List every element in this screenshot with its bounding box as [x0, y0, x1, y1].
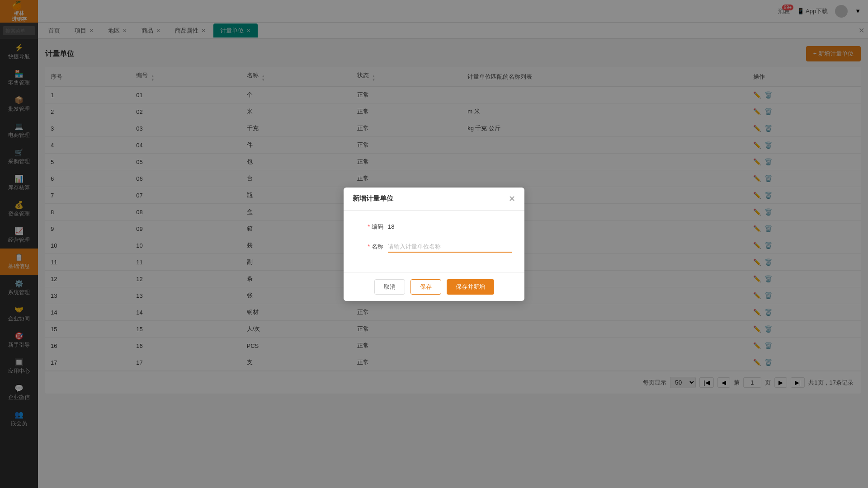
add-unit-modal: 新增计量单位 ✕ 编码 名称 取消 保存 保存并新增 [344, 188, 524, 301]
modal-body: 编码 名称 [344, 211, 524, 272]
cancel-button[interactable]: 取消 [374, 279, 405, 295]
modal-footer: 取消 保存 保存并新增 [344, 272, 524, 301]
name-form-row: 名称 [356, 241, 512, 253]
save-and-add-button[interactable]: 保存并新增 [447, 279, 494, 295]
code-input[interactable] [388, 221, 512, 232]
name-label: 名称 [356, 243, 383, 251]
save-button[interactable]: 保存 [410, 279, 441, 295]
name-input[interactable] [388, 241, 512, 253]
modal-title: 新增计量单位 [353, 194, 393, 203]
modal-overlay: 新增计量单位 ✕ 编码 名称 取消 保存 保存并新增 [0, 0, 868, 488]
code-form-row: 编码 [356, 221, 512, 232]
code-label: 编码 [356, 223, 383, 231]
modal-close-button[interactable]: ✕ [509, 194, 515, 204]
modal-header: 新增计量单位 ✕ [344, 188, 524, 211]
